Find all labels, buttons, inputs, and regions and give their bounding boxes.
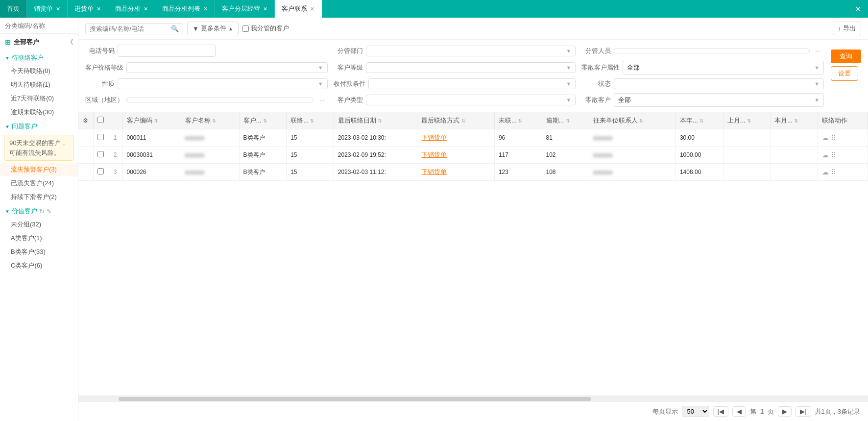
tab-product-analysis-list[interactable]: 商品分析列表 ✕	[155, 0, 215, 18]
scrollbar-thumb[interactable]	[119, 397, 591, 401]
group-value-customers[interactable]: ▼ 价值客户 ↻ ✎	[0, 204, 78, 218]
filter-status-select[interactable]: ▼	[614, 78, 824, 89]
filter-area-select[interactable]	[126, 98, 313, 102]
all-customers-header[interactable]: ⊞ 全部客户 《	[0, 34, 78, 50]
filter-gender-select[interactable]: ▼	[118, 78, 328, 89]
tab-sales[interactable]: 销货单 ✕	[27, 0, 68, 18]
col-header-last-contact-date[interactable]: 最后联络日期 ⇅	[334, 112, 417, 129]
sidebar-item-class-b[interactable]: B类客户(33)	[0, 245, 78, 259]
more-conditions-button[interactable]: ▼ 更多条件 ▲	[187, 22, 239, 35]
col-header-this-year[interactable]: 本年... ⇅	[675, 112, 723, 129]
toolbar-search-input[interactable]	[90, 25, 171, 32]
more-action-icon[interactable]: ⠿	[831, 151, 836, 159]
close-icon[interactable]: ✕	[56, 6, 60, 12]
contact-method-link[interactable]: 下销货单	[421, 134, 447, 141]
sidebar-item-7days-pending[interactable]: 近7天待联络(0)	[0, 92, 78, 105]
row-checkbox[interactable]	[97, 168, 104, 174]
contact-action-icon[interactable]: ☁	[822, 134, 829, 142]
toolbar-search-box: 🔍	[85, 23, 183, 34]
sidebar-item-churn-warning[interactable]: 流失预警客户(3)	[0, 163, 78, 176]
col-header-type[interactable]: 客户... ⇅	[239, 112, 287, 129]
close-icon[interactable]: ✕	[144, 6, 148, 12]
last-page-button[interactable]: ▶|	[796, 406, 811, 417]
window-close-button[interactable]: ✕	[848, 4, 868, 14]
filter-customer-type-select[interactable]: ▼	[366, 95, 576, 105]
row-last-contact-method[interactable]: 下销货单	[417, 164, 495, 181]
filter-customer-grade-select[interactable]: ▼	[366, 62, 576, 73]
row-checkbox[interactable]	[97, 151, 104, 157]
row-last-contact-method[interactable]: 下销货单	[417, 129, 495, 147]
sort-icon: ⇅	[794, 118, 798, 124]
row-last-contact-method[interactable]: 下销货单	[417, 147, 495, 164]
close-icon[interactable]: ✕	[263, 6, 267, 12]
filter-zero-customer-select[interactable]: 全部 ▼	[614, 93, 824, 107]
col-header-num	[108, 112, 122, 129]
chevron-down-icon: ▼	[566, 48, 571, 54]
sidebar-item-churned[interactable]: 已流失客户(24)	[0, 176, 78, 190]
sidebar-item-declining[interactable]: 持续下滑客户(2)	[0, 190, 78, 204]
contact-method-link[interactable]: 下销货单	[421, 151, 447, 158]
tab-home[interactable]: 首页	[0, 0, 27, 18]
filter-customer-grade: 客户等级 ▼	[334, 62, 576, 73]
query-button[interactable]: 查询	[831, 50, 861, 63]
next-page-button[interactable]: ▶	[778, 406, 792, 417]
filter-person-select[interactable]	[614, 49, 810, 53]
sort-icon: ⇅	[747, 118, 751, 124]
tab-purchase[interactable]: 进货单 ✕	[68, 0, 108, 18]
filter-phone-input[interactable]	[118, 45, 216, 57]
col-header-code[interactable]: 客户编码 ⇅	[122, 112, 181, 129]
refresh-icon[interactable]: ↻	[39, 208, 45, 215]
filter-zero-sales-attr-select[interactable]: 全部 ▼	[623, 61, 824, 74]
col-header-not-contacted[interactable]: 未联... ⇅	[494, 112, 542, 129]
group-pending-contact[interactable]: ▼ 待联络客户	[0, 50, 78, 64]
edit-icon[interactable]: ✎	[47, 208, 52, 215]
my-customers-checkbox-label[interactable]: 我分管的客户	[242, 24, 289, 33]
contact-method-link[interactable]: 下销货单	[421, 168, 447, 175]
per-page-select[interactable]: 50 100 200	[682, 406, 709, 417]
col-header-this-month[interactable]: 本月... ⇅	[771, 112, 818, 129]
close-icon[interactable]: ✕	[96, 6, 101, 12]
export-button[interactable]: ↑ 导出	[833, 22, 862, 35]
filter-price-grade-select[interactable]: ▼	[126, 62, 328, 73]
select-all-checkbox[interactable]	[97, 117, 104, 123]
tab-product-analysis[interactable]: 商品分析 ✕	[108, 0, 155, 18]
col-header-settings[interactable]: ⚙	[78, 112, 93, 129]
col-header-check[interactable]	[93, 112, 108, 129]
col-header-last-contact-method[interactable]: 最后联络方式 ⇅	[417, 112, 495, 129]
sidebar-item-class-a[interactable]: A类客户(1)	[0, 231, 78, 245]
close-icon[interactable]: ✕	[203, 6, 208, 12]
horizontal-scrollbar[interactable]	[78, 396, 868, 401]
toolbar-search-icon[interactable]: 🔍	[171, 25, 179, 32]
close-icon[interactable]: ✕	[310, 6, 314, 12]
row-checkbox[interactable]	[97, 134, 104, 140]
col-header-unit-contact[interactable]: 往来单位联系人 ⇅	[589, 112, 676, 129]
sidebar-item-today-pending[interactable]: 今天待联络(0)	[0, 64, 78, 78]
sidebar-item-overdue-contact[interactable]: 逾期未联络(30)	[0, 105, 78, 119]
my-customers-checkbox[interactable]	[242, 25, 249, 32]
sidebar-item-class-c[interactable]: C类客户(6)	[0, 259, 78, 272]
sidebar-item-ungrouped[interactable]: 未分组(32)	[0, 218, 78, 231]
col-header-overdue[interactable]: 逾期... ⇅	[542, 112, 589, 129]
sidebar-search-input[interactable]	[5, 22, 78, 29]
contact-action-icon[interactable]: ☁	[822, 151, 829, 159]
more-action-icon[interactable]: ⠿	[831, 134, 836, 142]
sidebar-item-tomorrow-pending[interactable]: 明天待联络(1)	[0, 78, 78, 92]
tab-customer-stratification[interactable]: 客户分层经营 ✕	[215, 0, 275, 18]
filter-dept-select[interactable]: ▼	[366, 46, 576, 56]
col-header-last-month[interactable]: 上月... ⇅	[723, 112, 771, 129]
row-type: B类客户	[239, 147, 287, 164]
group-problem-customers[interactable]: ▼ 问题客户	[0, 119, 78, 133]
col-header-contact[interactable]: 联络... ⇅	[287, 112, 334, 129]
filter-person-dots[interactable]: ···	[813, 47, 824, 54]
filter-icon: ▼	[193, 25, 199, 32]
first-page-button[interactable]: |◀	[713, 406, 728, 417]
row-contact: 15	[287, 129, 334, 147]
contact-action-icon[interactable]: ☁	[822, 168, 829, 176]
prev-page-button[interactable]: ◀	[732, 406, 746, 417]
setting-button[interactable]: 设置	[831, 66, 858, 81]
filter-area-dots[interactable]: ···	[316, 97, 328, 104]
more-action-icon[interactable]: ⠿	[831, 168, 836, 176]
col-header-name[interactable]: 客户名称 ⇅	[181, 112, 239, 129]
tab-customer-contact[interactable]: 客户联系 ✕	[275, 0, 322, 18]
filter-payment-select[interactable]: ▼	[368, 78, 576, 89]
